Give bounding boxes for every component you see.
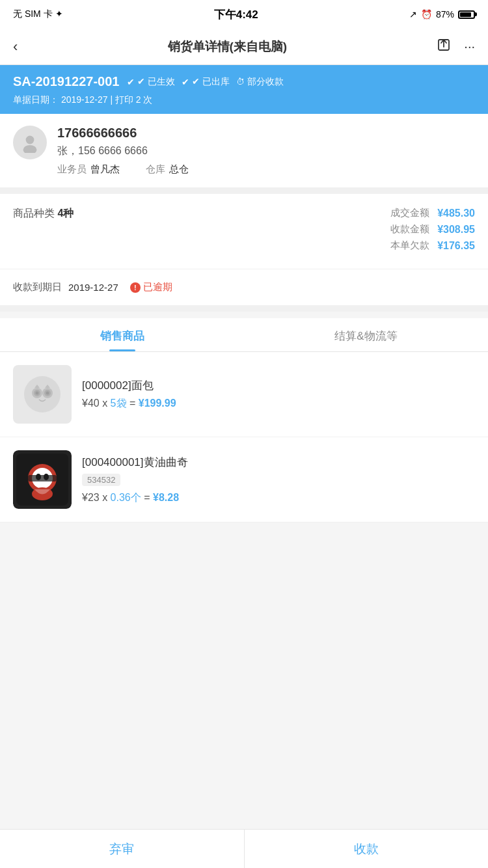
overdue-icon: ! — [130, 282, 141, 293]
category-value: 4种 — [57, 208, 74, 219]
order-id: SA-20191227-001 — [13, 74, 119, 89]
tab-settlement[interactable]: 结算&物流等 — [244, 318, 488, 351]
product-sku-2: 534532 — [82, 474, 120, 486]
overdue-badge: ! 已逾期 — [125, 280, 178, 295]
bottom-bar: 弃审 收款 — [0, 829, 488, 868]
bottom-spacer — [0, 522, 488, 575]
order-badges: ✔ ✔ 已生效 ✔ ✔ 已出库 ⏱ 部分收款 — [127, 76, 284, 88]
category-row: 商品种类 4种 — [13, 207, 74, 221]
check-icon-shipped: ✔ — [182, 77, 189, 87]
amount-label: 成交金额 — [390, 207, 429, 219]
amount-row: 成交金额 ¥485.30 — [390, 207, 475, 219]
qty-1: 5袋 — [111, 398, 127, 409]
sales-meta: 业务员 曾凡杰 — [57, 163, 120, 176]
warehouse-value: 总仓 — [169, 163, 189, 176]
customer-info: 17666666666 张，156 6666 6666 业务员 曾凡杰 仓库 总… — [57, 126, 475, 176]
check-icon-active: ✔ — [127, 77, 135, 87]
list-item: [000400001]黄油曲奇 534532 ¥23 x 0.36个 = ¥8.… — [0, 437, 488, 522]
share-icon[interactable] — [437, 38, 451, 55]
tab-products[interactable]: 销售商品 — [0, 318, 244, 351]
summary-section: 商品种类 4种 成交金额 ¥485.30 收款金额 ¥308.95 本单欠款 ¥… — [0, 194, 488, 269]
order-date-row: 单据日期： 2019-12-27 | 打印 2 次 — [13, 94, 475, 106]
product-thumbnail-1: 叠+ — [13, 365, 72, 424]
total-1: ¥199.99 — [139, 398, 176, 409]
list-item: 叠+ [0000002]面包 ¥40 x 5袋 = ¥199.99 — [0, 352, 488, 437]
product-price-1: ¥40 x 5袋 = ¥199.99 — [82, 397, 475, 411]
received-row: 收款金额 ¥308.95 — [390, 223, 475, 236]
status-left: 无 SIM 卡 ✦ — [13, 8, 63, 20]
date-value: 2019-12-27 — [61, 94, 108, 105]
page-title: 销货单详情(来自电脑) — [168, 38, 288, 55]
svg-rect-15 — [28, 475, 57, 481]
sales-label: 业务员 — [57, 163, 87, 176]
svg-point-2 — [23, 145, 37, 153]
svg-point-3 — [24, 376, 61, 413]
badge-partial: ⏱ 部分收款 — [236, 76, 284, 88]
cancel-button[interactable]: 弃审 — [0, 830, 245, 868]
date-label: 单据日期： — [13, 94, 59, 105]
avatar — [13, 126, 47, 159]
product-info-1: [0000002]面包 ¥40 x 5袋 = ¥199.99 — [82, 378, 475, 411]
products-section: 叠+ [0000002]面包 ¥40 x 5袋 = ¥199.99 — [0, 352, 488, 522]
owed-value: ¥176.35 — [437, 240, 475, 252]
due-date-label: 收款到期日 — [13, 281, 62, 293]
divider-2 — [0, 305, 488, 312]
badge-active: ✔ ✔ 已生效 — [127, 76, 175, 88]
category-label: 商品种类 — [13, 208, 55, 219]
received-label: 收款金额 — [390, 223, 429, 236]
sales-value: 曾凡杰 — [90, 163, 120, 176]
clock-icon: ⏱ — [236, 77, 245, 87]
nav-actions: ··· — [437, 38, 475, 55]
back-button[interactable]: ‹ — [13, 38, 18, 55]
svg-point-1 — [26, 136, 34, 144]
more-icon[interactable]: ··· — [464, 39, 475, 54]
tabs-section: 销售商品 结算&物流等 — [0, 318, 488, 352]
amount-value: ¥485.30 — [437, 208, 475, 219]
customer-meta: 业务员 曾凡杰 仓库 总仓 — [57, 163, 475, 176]
overdue-text: 已逾期 — [143, 281, 172, 293]
print-info: | 打印 2 次 — [110, 94, 152, 105]
product-name-1: [0000002]面包 — [82, 378, 475, 393]
unit-price-2: ¥23 — [82, 492, 100, 503]
due-date-section: 收款到期日 2019-12-27 ! 已逾期 — [0, 269, 488, 305]
svg-point-9 — [46, 392, 49, 395]
status-right: ↗ ⏰ 87% — [409, 9, 475, 20]
badge-shipped: ✔ ✔ 已出库 — [182, 76, 230, 88]
nav-bar: ‹ 销货单详情(来自电脑) ··· — [0, 29, 488, 65]
alarm-icon: ⏰ — [421, 9, 432, 20]
confirm-button[interactable]: 收款 — [245, 830, 489, 868]
received-value: ¥308.95 — [437, 224, 475, 236]
product-name-2: [000400001]黄油曲奇 — [82, 455, 475, 470]
warehouse-meta: 仓库 总仓 — [146, 163, 189, 176]
owed-label: 本单欠款 — [390, 239, 429, 252]
status-bar: 无 SIM 卡 ✦ 下午4:42 ↗ ⏰ 87% — [0, 0, 488, 29]
owed-row: 本单欠款 ¥176.35 — [390, 239, 475, 252]
divider-1 — [0, 187, 488, 194]
customer-id: 17666666666 — [57, 126, 475, 141]
product-thumbnail-2 — [13, 450, 72, 509]
thumb-placeholder-1: 叠+ — [13, 365, 72, 424]
product-price-2: ¥23 x 0.36个 = ¥8.28 — [82, 491, 475, 505]
due-date-value: 2019-12-27 — [68, 282, 118, 293]
summary-right: 成交金额 ¥485.30 收款金额 ¥308.95 本单欠款 ¥176.35 — [390, 207, 475, 256]
customer-name: 张，156 6666 6666 — [57, 144, 475, 158]
warehouse-label: 仓库 — [146, 163, 165, 176]
total-2: ¥8.28 — [153, 492, 179, 503]
customer-section: 17666666666 张，156 6666 6666 业务员 曾凡杰 仓库 总… — [0, 114, 488, 187]
thumb-img-2 — [13, 450, 72, 509]
location-icon: ↗ — [409, 9, 417, 20]
qty-2: 0.36个 — [111, 492, 141, 503]
battery-icon — [458, 10, 475, 19]
svg-point-8 — [36, 392, 39, 395]
unit-price-1: ¥40 — [82, 398, 100, 409]
product-info-2: [000400001]黄油曲奇 534532 ¥23 x 0.36个 = ¥8.… — [82, 455, 475, 505]
header-banner: SA-20191227-001 ✔ ✔ 已生效 ✔ ✔ 已出库 ⏱ 部分收款 单… — [0, 65, 488, 114]
summary-left: 商品种类 4种 — [13, 207, 74, 223]
battery-percent: 87% — [436, 9, 454, 20]
status-time: 下午4:42 — [214, 7, 258, 22]
